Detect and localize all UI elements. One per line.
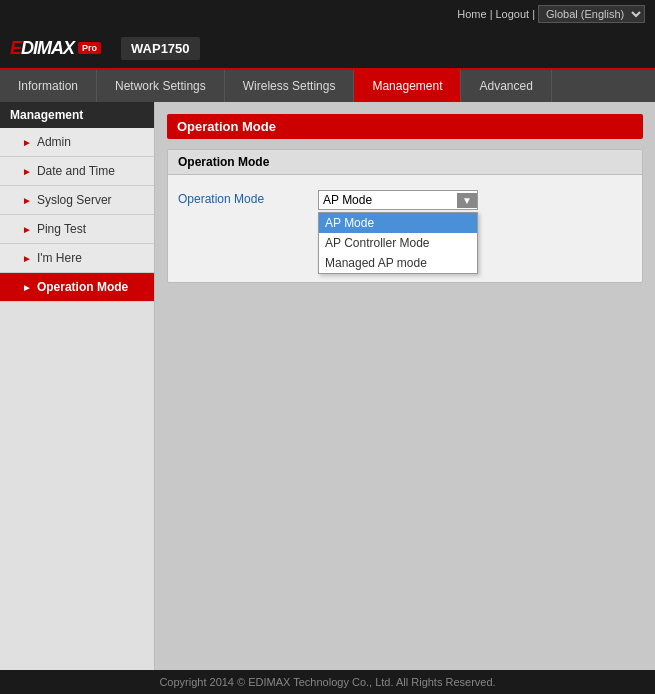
device-name: WAP1750 xyxy=(121,37,200,60)
dropdown-option-ap-controller[interactable]: AP Controller Mode xyxy=(319,233,477,253)
arrow-icon: ► xyxy=(22,253,32,264)
main-layout: Management ► Admin ► Date and Time ► Sys… xyxy=(0,102,655,670)
home-link[interactable]: Home xyxy=(457,8,486,20)
logo: EDIMAX Pro xyxy=(10,38,101,59)
sidebar-item-syslog[interactable]: ► Syslog Server xyxy=(0,186,154,215)
logout-link[interactable]: Logout xyxy=(495,8,529,20)
brand-name: EDIMAX xyxy=(10,38,74,59)
operation-mode-panel: Operation Mode Operation Mode AP Mode ▼ … xyxy=(167,149,643,283)
content-area: Operation Mode Operation Mode Operation … xyxy=(155,102,655,670)
arrow-icon: ► xyxy=(22,195,32,206)
logobar: EDIMAX Pro WAP1750 xyxy=(0,28,655,70)
dropdown-option-managed-ap[interactable]: Managed AP mode xyxy=(319,253,477,273)
operation-mode-control: AP Mode ▼ AP Mode AP Controller Mode Man… xyxy=(318,190,478,257)
tab-advanced[interactable]: Advanced xyxy=(461,70,551,102)
tab-information[interactable]: Information xyxy=(0,70,97,102)
arrow-icon: ► xyxy=(22,166,32,177)
sidebar-item-im-here[interactable]: ► I'm Here xyxy=(0,244,154,273)
tab-management[interactable]: Management xyxy=(354,70,461,102)
page-title: Operation Mode xyxy=(167,114,643,139)
sidebar-item-ping-test[interactable]: ► Ping Test xyxy=(0,215,154,244)
panel-title: Operation Mode xyxy=(168,150,642,175)
arrow-icon: ► xyxy=(22,282,32,293)
footer-text: Copyright 2014 © EDIMAX Technology Co., … xyxy=(159,676,495,688)
sidebar-item-operation-mode[interactable]: ► Operation Mode xyxy=(0,273,154,302)
operation-mode-row: Operation Mode AP Mode ▼ AP Mode AP Cont… xyxy=(178,190,632,257)
sidebar-item-admin[interactable]: ► Admin xyxy=(0,128,154,157)
selected-value: AP Mode xyxy=(319,191,457,209)
arrow-icon: ► xyxy=(22,137,32,148)
language-select[interactable]: Global (English) xyxy=(538,5,645,23)
tab-network-settings[interactable]: Network Settings xyxy=(97,70,225,102)
panel-body: Operation Mode AP Mode ▼ AP Mode AP Cont… xyxy=(168,175,642,282)
topbar: Home | Logout | Global (English) xyxy=(0,0,655,28)
footer: Copyright 2014 © EDIMAX Technology Co., … xyxy=(0,670,655,694)
sidebar-title: Management xyxy=(0,102,154,128)
arrow-icon: ► xyxy=(22,224,32,235)
operation-mode-label: Operation Mode xyxy=(178,190,318,206)
mode-select-display[interactable]: AP Mode ▼ xyxy=(318,190,478,210)
tab-wireless-settings[interactable]: Wireless Settings xyxy=(225,70,355,102)
dropdown-option-ap-mode[interactable]: AP Mode xyxy=(319,213,477,233)
nav-tabs: Information Network Settings Wireless Se… xyxy=(0,70,655,102)
pro-badge: Pro xyxy=(78,42,101,54)
sidebar-item-date-time[interactable]: ► Date and Time xyxy=(0,157,154,186)
sidebar: Management ► Admin ► Date and Time ► Sys… xyxy=(0,102,155,670)
select-wrapper: AP Mode ▼ AP Mode AP Controller Mode Man… xyxy=(318,190,478,210)
dropdown-menu: AP Mode AP Controller Mode Managed AP mo… xyxy=(318,212,478,274)
dropdown-arrow-icon: ▼ xyxy=(457,193,477,208)
